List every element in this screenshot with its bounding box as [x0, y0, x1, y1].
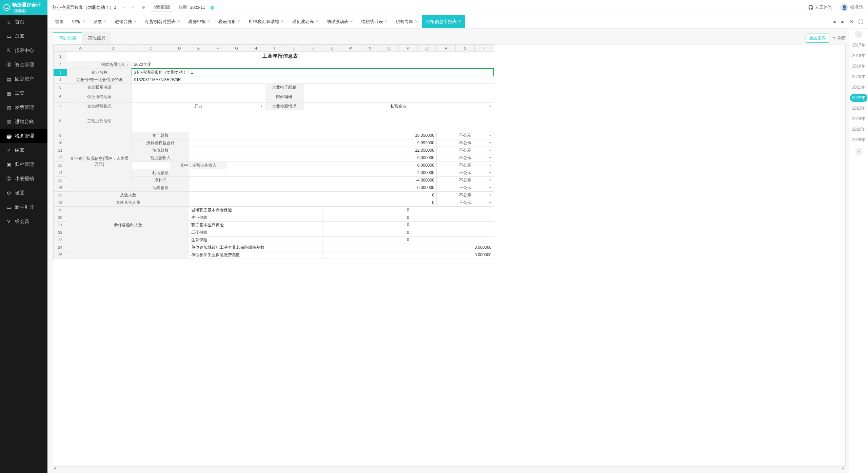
close-icon[interactable]: ✕ — [415, 19, 418, 24]
cell-value[interactable]: 0 — [189, 199, 436, 206]
row-header[interactable]: 5 — [54, 83, 67, 91]
gear-icon[interactable]: ⚙ — [140, 4, 147, 11]
nav-item-3[interactable]: Ⓢ资金管理 — [0, 58, 47, 72]
row-header[interactable]: 24 — [54, 244, 67, 251]
tab-10[interactable]: 纳税统计表✕ — [357, 15, 392, 28]
row-header[interactable]: 21 — [54, 221, 67, 229]
row-header[interactable]: 14 — [54, 169, 67, 176]
row-header[interactable]: 16 — [54, 184, 67, 191]
cell-value[interactable]: 0.000000 — [189, 184, 436, 191]
nav-item-14[interactable]: ∀畅会员 — [0, 214, 47, 229]
row-header[interactable]: 20 — [54, 214, 67, 221]
cell-value[interactable]: 0.000000 — [322, 251, 494, 259]
row-header[interactable]: 19 — [54, 206, 67, 214]
tab-next-icon[interactable]: ► — [839, 18, 847, 26]
cell-value[interactable]: 2022年度 — [132, 61, 494, 69]
dropdown-cell[interactable]: 不公示 — [436, 154, 494, 162]
cell-value[interactable] — [132, 91, 265, 102]
cell-value[interactable]: -4.000000 — [189, 176, 436, 184]
nav-item-9[interactable]: ✓结账 — [0, 143, 47, 157]
dropdown-cell[interactable]: 不公示 — [436, 176, 494, 184]
year-item[interactable]: 2021年 — [850, 83, 867, 91]
tab-0[interactable]: 首页 — [51, 15, 68, 28]
close-icon[interactable]: ✕ — [82, 19, 85, 24]
row-header[interactable]: 22 — [54, 229, 67, 236]
row-header[interactable]: 23 — [54, 236, 67, 244]
row-header[interactable]: 15 — [54, 176, 67, 184]
year-down-icon[interactable]: ﹀ — [855, 148, 863, 155]
row-header[interactable]: 9 — [54, 132, 67, 139]
cell-value[interactable]: 0.000000 — [322, 244, 494, 251]
tab-8[interactable]: 税负波动表✕ — [288, 15, 322, 28]
cell-value[interactable]: -4.000000 — [189, 169, 436, 176]
row-header[interactable]: 18 — [54, 199, 67, 206]
nav-item-2[interactable]: ⇱报表中心 — [0, 43, 47, 58]
refresh-button[interactable]: ⟳ 刷新 — [833, 35, 846, 41]
nav-item-13[interactable]: ▭新手引导 — [0, 200, 47, 214]
tab-1[interactable]: 申报✕ — [68, 15, 89, 28]
row-header[interactable]: 17 — [54, 191, 67, 199]
row-header[interactable]: 12 — [54, 154, 67, 162]
cell-value[interactable]: 9.992000 — [189, 139, 436, 147]
dropdown-cell[interactable]: 私营企业 — [303, 102, 494, 110]
year-item[interactable]: 2025年 — [850, 126, 867, 133]
year-item[interactable]: 2018年 — [850, 52, 867, 60]
close-icon[interactable]: ✕ — [281, 19, 284, 24]
nav-item-11[interactable]: Ⓒ小畅报销 — [0, 172, 47, 186]
tab-close-all-icon[interactable]: ✕ — [848, 18, 856, 26]
add-icon[interactable]: ＋ — [129, 4, 137, 11]
help-link[interactable]: 🎧 人工咨询 — [808, 4, 832, 11]
dropdown-cell[interactable]: 不公示 — [436, 184, 494, 191]
cell-value[interactable]: 0 — [322, 214, 494, 221]
cell-value[interactable] — [303, 91, 494, 102]
close-icon[interactable]: ✕ — [103, 19, 106, 24]
close-icon[interactable]: ✕ — [350, 19, 353, 24]
year-item[interactable]: 2023年 — [850, 105, 867, 112]
year-item[interactable]: 2024年 — [850, 115, 867, 123]
sub-tab-0[interactable]: 基础信息 — [53, 32, 82, 44]
old-version-button[interactable]: 切到旧版 — [151, 3, 173, 12]
period-value[interactable]: 2023-11 — [190, 5, 205, 10]
row-header[interactable]: 6 — [54, 91, 67, 102]
cell-value[interactable] — [132, 83, 265, 91]
year-item[interactable]: 2022年 — [850, 94, 867, 102]
close-icon[interactable]: ✕ — [315, 19, 318, 24]
dropdown-cell[interactable]: 不公示 — [436, 199, 494, 206]
sub-tab-1[interactable]: 其他信息 — [82, 32, 111, 44]
cell-value[interactable]: 0 — [189, 191, 436, 199]
spreadsheet[interactable]: ABCDEFGHIJKLMNOPQRST1工商年报信息表2税款所属期间：2022… — [53, 44, 846, 466]
row-header[interactable]: 3 — [54, 69, 67, 76]
tab-6[interactable]: 税表清册✕ — [214, 15, 244, 28]
nav-item-8[interactable]: ☕税务管理 — [0, 129, 47, 143]
dropdown-cell[interactable]: 不公示 — [436, 147, 494, 154]
tab-7[interactable]: 所得税汇算清缴✕ — [244, 15, 288, 28]
tab-2[interactable]: 发票✕ — [89, 15, 111, 28]
cell-value[interactable]: 0.000000 — [189, 154, 436, 162]
row-header[interactable]: 11 — [54, 147, 67, 154]
nav-item-4[interactable]: ▤固定资产 — [0, 72, 47, 86]
account-selector[interactable]: 刘小艳演示账套（勿删勿动！）1 ﹀ — [52, 4, 126, 11]
close-icon[interactable]: ✕ — [177, 19, 180, 24]
dropdown-cell[interactable]: 不公示 — [436, 191, 494, 199]
fullscreen-icon[interactable]: ⛶ — [856, 18, 865, 26]
cell-value[interactable]: 0 — [322, 221, 494, 229]
cell-value[interactable]: 91320811MA7NGR2W6R — [132, 76, 494, 83]
dropdown-cell[interactable]: 不公示 — [436, 132, 494, 139]
row-header[interactable]: 7 — [54, 102, 67, 110]
nav-item-7[interactable]: ▥进销台账 — [0, 115, 47, 129]
cell-value[interactable]: 0 — [322, 229, 494, 236]
close-icon[interactable]: ✕ — [207, 19, 210, 24]
year-item[interactable]: 2026年 — [850, 136, 867, 144]
cell-value[interactable]: 0 — [322, 206, 494, 214]
cell-value[interactable] — [132, 110, 494, 132]
nav-item-12[interactable]: ⚙设置 — [0, 186, 47, 200]
nav-item-6[interactable]: ▧发票管理 — [0, 100, 47, 115]
nav-item-10[interactable]: ▣归档管理 — [0, 157, 47, 172]
row-header[interactable]: 2 — [54, 61, 67, 69]
row-header[interactable]: 4 — [54, 76, 67, 83]
cell-value[interactable] — [303, 83, 494, 91]
row-header[interactable]: 13 — [54, 162, 67, 169]
row-header[interactable]: 8 — [54, 110, 67, 132]
dropdown-cell[interactable]: 不公示 — [436, 169, 494, 176]
year-item[interactable]: 2019年 — [850, 62, 867, 70]
